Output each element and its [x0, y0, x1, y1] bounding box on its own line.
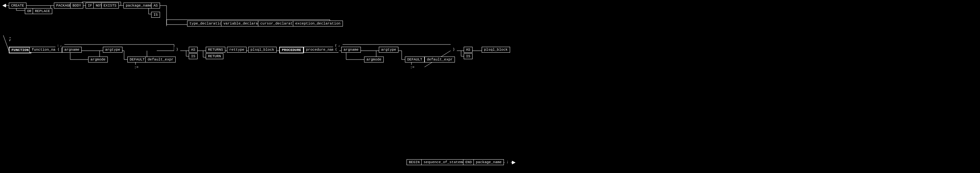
paren-left-proc-node: (: [333, 47, 339, 52]
argname-fn-node: argname: [62, 47, 82, 53]
returns-kw-node: RETURNS: [206, 47, 225, 53]
assign-fn-node: :=: [132, 65, 140, 70]
replace-node: REPLACE: [33, 8, 52, 14]
assign-proc-node: :=: [408, 65, 416, 70]
is-proc-node: IS: [464, 53, 473, 59]
end-keyword-node: END: [463, 159, 474, 165]
default-kw-proc-node: DEFAULT: [405, 56, 425, 62]
svg-marker-86: [512, 161, 515, 164]
as-proc-node: AS: [464, 47, 473, 53]
procedure-keyword-node: PROCEDURE: [279, 47, 304, 53]
paren-right-proc-node: ): [451, 47, 457, 52]
begin-keyword-node: BEGIN: [407, 159, 422, 165]
type-declaration-node: type_declaration: [187, 21, 226, 27]
plsql-block-proc-node: plsql_block: [482, 47, 510, 53]
argtype-proc-node: argtype: [379, 47, 398, 53]
paren-right-fn-node: ): [174, 47, 180, 52]
default-expr-fn-node: default_expr: [145, 56, 176, 62]
body-node: BODY: [70, 3, 83, 8]
syntax-diagram: CREATE OR REPLACE PACKAGE BODY IF NOT EX…: [0, 0, 980, 173]
connector-lines: [0, 0, 980, 173]
default-kw-fn-node: DEFAULT: [127, 56, 147, 62]
paren-left-fn-node: (: [56, 47, 62, 52]
exists-node: EXISTS: [101, 3, 119, 8]
package-name-top-node: package_name: [123, 3, 154, 8]
argtype-fn-node: argtype: [103, 47, 123, 53]
rettype-node: rettype: [227, 47, 247, 53]
argname-proc-node: argname: [341, 47, 361, 53]
is-top-node: IS: [151, 12, 160, 18]
semicolon-end-node: ;: [504, 159, 511, 165]
loop-bracket-node: ;: [6, 35, 14, 43]
as-top-node: AS: [151, 3, 160, 8]
argmode-proc-node: argmode: [364, 56, 384, 62]
function-keyword-node: FUNCTION: [9, 47, 31, 53]
exception-declaration-node: exception_declaration: [293, 21, 343, 27]
as-fn-node: AS: [189, 47, 197, 53]
default-expr-proc-node: default_expr: [425, 56, 455, 62]
package-name-end-node: package_name: [474, 159, 504, 165]
argmode-fn-node: argmode: [88, 56, 108, 62]
create-node: CREATE: [9, 3, 27, 8]
is-fn-node: IS: [189, 53, 197, 59]
plsql-block-fn-node: plsql_block: [248, 47, 277, 53]
svg-marker-0: [3, 4, 6, 7]
return-kw-node: RETURN: [206, 53, 223, 59]
